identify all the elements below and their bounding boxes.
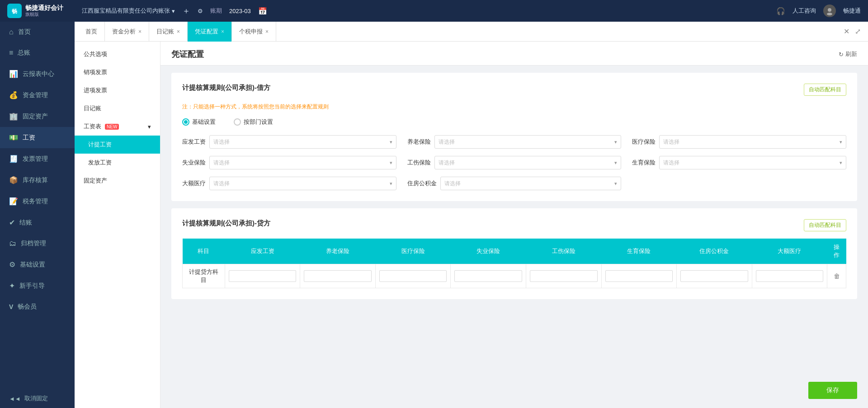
input-shengyu[interactable]	[605, 270, 673, 282]
td-delete[interactable]: 🗑	[827, 264, 846, 288]
sidebar-item-archive[interactable]: 🗂 归档管理	[0, 233, 75, 254]
radio-dept[interactable]: 按部门设置	[234, 118, 273, 126]
sidebar-item-home[interactable]: ⌂ 首页	[0, 22, 75, 42]
fund-icon: 💰	[9, 91, 18, 99]
main-panel: 凭证配置 ↻ 刷新 计提核算规则(公司承担)-借方 自动匹配科目 注：只能	[160, 42, 868, 408]
tab-voucher-config[interactable]: 凭证配置 ×	[188, 22, 232, 42]
select-yingfa[interactable]: 请选择 ▾	[209, 135, 396, 149]
main-layout: ⌂ 首页 ≡ 总账 📊 云报表中心 💰 资金管理 🏢 固定资产 💵 工资 🧾 发…	[0, 22, 868, 408]
radio-basic[interactable]: 基础设置	[182, 118, 216, 126]
header-actions: 🎧 人工咨询 畅捷通	[776, 5, 861, 17]
td-label: 计提贷方科目	[183, 264, 225, 288]
tab-tax[interactable]: 个税申报 ×	[232, 22, 276, 42]
tab-home[interactable]: 首页	[78, 22, 105, 42]
sidebar-item-fixed-assets[interactable]: 🏢 固定资产	[0, 106, 75, 127]
input-shiye[interactable]	[454, 270, 522, 282]
chevron-down-icon: ▾	[840, 139, 842, 145]
select-shiye[interactable]: 请选择 ▾	[209, 156, 396, 169]
tab-close-journal[interactable]: ×	[177, 28, 180, 35]
auto-match-btn-section1[interactable]: 自动匹配科目	[804, 84, 846, 96]
section1-header: 计提核算规则(公司承担)-借方 自动匹配科目	[182, 84, 846, 96]
page-content: 公共选项 销项发票 进项发票 日记账 工资表 NEW ▾ 计提工资	[75, 42, 868, 408]
left-nav-salary-sheet[interactable]: 工资表 NEW ▾	[75, 117, 160, 136]
left-nav-journal[interactable]: 日记账	[75, 99, 160, 117]
td-dae-input[interactable]	[752, 264, 827, 288]
new-badge: NEW	[105, 124, 119, 130]
select-yiliao[interactable]: 请选择 ▾	[659, 135, 846, 149]
refresh-button[interactable]: ↻ 刷新	[839, 50, 857, 58]
tab-fund[interactable]: 资金分析 ×	[105, 22, 149, 42]
svg-text:畅: 畅	[12, 8, 17, 14]
expand-tab-icon[interactable]: ⤢	[855, 27, 861, 36]
settings-icon[interactable]: ⚙	[198, 8, 203, 14]
home-icon: ⌂	[9, 28, 14, 36]
th-gongshang: 工伤保险	[526, 239, 601, 264]
field-shengyu: 生育保险 请选择 ▾	[632, 156, 846, 169]
left-nav-sales-invoice[interactable]: 销项发票	[75, 63, 160, 81]
input-yanglao[interactable]	[304, 270, 372, 282]
td-zhufu-input[interactable]	[677, 264, 752, 288]
select-gongshang[interactable]: 请选择 ▾	[434, 156, 622, 169]
sidebar-item-reports[interactable]: 📊 云报表中心	[0, 63, 75, 84]
td-yanglao-input[interactable]	[300, 264, 376, 288]
tab-close-fund[interactable]: ×	[138, 28, 142, 35]
svg-point-2	[828, 8, 831, 12]
add-button[interactable]: ＋	[182, 5, 190, 16]
sidebar-item-fund[interactable]: 💰 资金管理	[0, 84, 75, 106]
basic-settings-icon: ⚙	[9, 260, 15, 269]
tab-close-tax[interactable]: ×	[265, 28, 269, 35]
td-shengyu-input[interactable]	[601, 264, 677, 288]
sidebar-item-ledger[interactable]: ≡ 总账	[0, 42, 75, 63]
left-nav-purchase-invoice[interactable]: 进项发票	[75, 81, 160, 99]
company-selector[interactable]: 江西服宝精品有限责任公司内账张 ▾	[82, 7, 175, 15]
section1-card: 计提核算规则(公司承担)-借方 自动匹配科目 注：只能选择一种方式，系统将按照您…	[171, 73, 857, 201]
select-dae-medical[interactable]: 请选择 ▾	[209, 177, 396, 190]
checkout-icon: ✔	[9, 218, 15, 227]
sidebar-item-invoice[interactable]: 🧾 发票管理	[0, 148, 75, 169]
td-shiye-input[interactable]	[451, 264, 526, 288]
chevron-down-icon: ▾	[614, 181, 617, 187]
auto-match-btn-section2[interactable]: 自动匹配科目	[804, 219, 846, 231]
sidebar-item-tax[interactable]: 📝 税务管理	[0, 191, 75, 212]
td-yingfa-input[interactable]	[225, 264, 300, 288]
input-yingfa[interactable]	[229, 270, 297, 282]
field-yanglao: 养老保险 请选择 ▾	[407, 135, 622, 149]
vip-icon: V	[9, 303, 13, 310]
input-yiliao[interactable]	[379, 270, 447, 282]
pin-toggle[interactable]: ◄◄ 取消固定	[0, 389, 75, 408]
left-nav-public[interactable]: 公共选项	[75, 45, 160, 63]
delete-icon[interactable]: 🗑	[834, 272, 840, 280]
sidebar-item-checkout[interactable]: ✔ 结账	[0, 212, 75, 233]
reports-icon: 📊	[9, 70, 18, 78]
select-shengyu[interactable]: 请选择 ▾	[659, 156, 846, 169]
sidebar-item-vip[interactable]: V 畅会员	[0, 296, 75, 317]
input-gongshang[interactable]	[530, 270, 598, 282]
th-subject: 科目	[183, 239, 225, 264]
select-yanglao[interactable]: 请选择 ▾	[434, 135, 622, 149]
sidebar-item-salary[interactable]: 💵 工资	[0, 127, 75, 148]
left-nav-advance-salary[interactable]: 计提工资	[75, 136, 160, 154]
left-nav-pay-salary[interactable]: 发放工资	[75, 154, 160, 172]
page-title-bar: 凭证配置 ↻ 刷新	[160, 42, 868, 66]
close-tab-icon[interactable]: ✕	[844, 27, 849, 36]
tab-journal[interactable]: 日记账 ×	[149, 22, 188, 42]
sidebar-item-guide[interactable]: ✦ 新手引导	[0, 275, 75, 296]
input-zhufu[interactable]	[680, 270, 748, 282]
calendar-icon[interactable]: 📅	[258, 7, 267, 15]
td-gongshang-input[interactable]	[526, 264, 601, 288]
input-dae[interactable]	[756, 270, 824, 282]
chevron-down-icon: ▾	[390, 139, 392, 145]
sidebar-item-inventory[interactable]: 📦 库存核算	[0, 169, 75, 191]
chevron-down-icon: ▾	[390, 181, 392, 187]
save-button[interactable]: 保存	[808, 382, 857, 399]
ledger-icon: ≡	[9, 49, 13, 57]
select-zhufu[interactable]: 请选择 ▾	[440, 177, 622, 190]
sidebar-item-basic-settings[interactable]: ⚙ 基础设置	[0, 254, 75, 275]
tab-close-voucher[interactable]: ×	[221, 28, 224, 35]
td-yiliao-input[interactable]	[375, 264, 451, 288]
avatar	[823, 5, 836, 17]
left-nav-fixed-assets-nav[interactable]: 固定资产	[75, 172, 160, 190]
th-yingfa: 应发工资	[225, 239, 300, 264]
radio-group: 基础设置 按部门设置	[182, 118, 846, 126]
sidebar: ⌂ 首页 ≡ 总账 📊 云报表中心 💰 资金管理 🏢 固定资产 💵 工资 🧾 发…	[0, 22, 75, 408]
